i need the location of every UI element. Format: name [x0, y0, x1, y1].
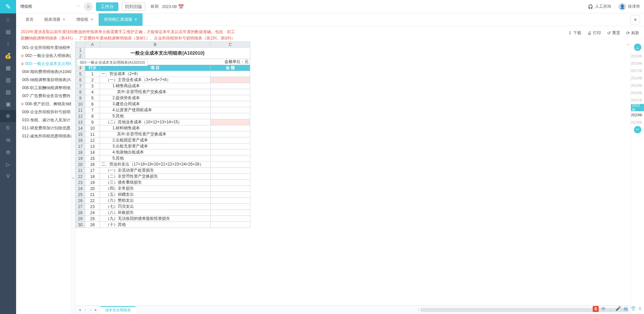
nav-play[interactable]: ▷: [0, 158, 16, 170]
form-list-item[interactable]: 001-企业所得税年度纳税申…: [16, 44, 71, 52]
form-list-item[interactable]: ⊘002-一般企业收入明细表(A…: [16, 52, 71, 60]
form-list-item[interactable]: ⊘003-一般企业成本支出明细…: [16, 60, 71, 68]
ime-item[interactable]: 🎤: [615, 306, 621, 312]
table-row[interactable]: 2925 （九）无法收回的债券股权投资损失: [76, 216, 250, 222]
nav-star[interactable]: ☺: [0, 110, 16, 122]
warning-icon: ⊘: [21, 102, 24, 106]
year-option[interactable]: 2016年: [631, 60, 644, 67]
period-picker[interactable]: 2023-09 📅: [162, 4, 184, 9]
table-row[interactable]: 2622 （六）赞助支出: [76, 198, 250, 204]
sheet-nav-first[interactable]: ◂: [77, 308, 82, 312]
year-option[interactable]: 2018年: [631, 74, 644, 82]
close-icon[interactable]: ✕: [90, 17, 93, 22]
nav-grid[interactable]: ▥: [0, 74, 16, 86]
ime-logo-icon[interactable]: S: [593, 306, 599, 312]
table-row[interactable]: 62 （一）主营业务成本（3+5+6+7+8）: [76, 77, 250, 83]
year-scroll-down[interactable]: ︾: [634, 126, 641, 133]
form-list-item[interactable]: 004-期间费用明细表(A1040…: [16, 68, 71, 76]
ime-item[interactable]: 👕: [631, 306, 636, 312]
nav-grid2[interactable]: ▧: [0, 86, 16, 98]
table-row[interactable]: 106 3.建造合同成本: [76, 101, 250, 107]
table-row[interactable]: 2521 （五）捐赠支出: [76, 192, 250, 198]
table-row[interactable]: 84 其中:非货币性资产交换成本: [76, 89, 250, 95]
table-row[interactable]: 95 2.提供劳务成本: [76, 95, 250, 101]
year-option[interactable]: 2024年: [631, 119, 644, 126]
table-row[interactable]: 128 5.其他: [76, 113, 250, 119]
table-row[interactable]: 2218 （二）非货币性资产交换损失: [76, 174, 250, 180]
form-list-item[interactable]: 010-免税、减计收入及加计…: [16, 116, 71, 124]
tab-首页[interactable]: 首页: [20, 13, 39, 26]
switch-old-version-button[interactable]: 切到旧版: [122, 3, 145, 11]
table-row[interactable]: 2824 （八）坏账损失: [76, 210, 250, 216]
tab-税表清册[interactable]: 税表清册✕: [39, 13, 71, 26]
ime-item[interactable]: ⁞⁞: [639, 306, 641, 312]
nav-gear[interactable]: ⚙: [0, 146, 16, 158]
workbench-button[interactable]: 工作台: [96, 2, 118, 11]
ime-item[interactable]: ，: [608, 306, 613, 312]
sheet-nav-next[interactable]: ›: [88, 308, 93, 312]
download-button[interactable]: ⇩下载: [568, 30, 581, 36]
table-row[interactable]: 117 4.让渡资产使用权成本: [76, 107, 250, 113]
close-icon[interactable]: ✕: [134, 17, 137, 22]
nav-doc[interactable]: ▤: [0, 25, 16, 38]
form-list-item[interactable]: 009-企业所得税弥补亏损明…: [16, 108, 71, 116]
year-option[interactable]: 2015年: [631, 52, 644, 60]
table-row[interactable]: 1814 4.包装物出租成本: [76, 149, 250, 155]
ime-item[interactable]: 画: [624, 306, 628, 312]
sheet-nav-last[interactable]: ▸: [94, 308, 98, 312]
table-row[interactable]: 1410 1.材料销售成本: [76, 125, 250, 131]
table-row[interactable]: 73 1.销售商品成本: [76, 83, 250, 89]
table-row[interactable]: 2723 （七）罚没支出: [76, 204, 250, 210]
table-row[interactable]: 2117 （一）非流动资产处置损失: [76, 168, 250, 174]
form-list-item[interactable]: 011-研发费用加计扣除优惠…: [16, 124, 71, 132]
tax-type-dropdown[interactable]: 增值税 ﹀: [20, 4, 80, 9]
expand-sheet-handle[interactable]: »: [627, 42, 629, 46]
reset-button[interactable]: ↺重置: [607, 30, 620, 36]
toggle-circle-button[interactable]: ≡: [84, 2, 93, 11]
nav-home[interactable]: ⌂: [0, 13, 16, 25]
table-row[interactable]: 139 （二）其他业务成本（10+12+13+14+15）: [76, 119, 250, 125]
table-row[interactable]: 2319 （三）债务重组损失: [76, 180, 250, 186]
user-menu[interactable]: 👤 徐泽华: [619, 3, 640, 10]
tab-增值税[interactable]: 增值税✕: [71, 13, 99, 26]
tax-type-label: 增值税: [20, 4, 32, 9]
close-icon[interactable]: ✕: [62, 17, 65, 22]
form-list-item[interactable]: 012-减免所得税优惠明细表(…: [16, 132, 71, 140]
close-all-tabs-button[interactable]: ✕: [631, 15, 640, 24]
table-row[interactable]: 1915 5.其他: [76, 155, 250, 162]
table-row[interactable]: 2420 （四）非常损失: [76, 186, 250, 192]
sheet-nav-prev[interactable]: ‹: [83, 308, 88, 312]
nav-chart[interactable]: ⫶: [0, 38, 16, 50]
form-list-item[interactable]: 005-纳税调整项目明细表(A1…: [16, 76, 71, 84]
ime-item[interactable]: 中: [601, 306, 606, 312]
print-button[interactable]: 🖨打印: [587, 30, 601, 36]
app-logo[interactable]: ✎: [0, 0, 16, 13]
form-list-item[interactable]: ⊘008-资产折旧、摊销及纳税…: [16, 100, 71, 108]
year-scroll-up[interactable]: ︽: [634, 44, 641, 51]
nav-v[interactable]: V: [0, 170, 16, 182]
nav-inbox[interactable]: ⎘: [0, 122, 16, 134]
form-list-item[interactable]: 007-广告费和业务宣传费跨…: [16, 92, 71, 100]
year-option[interactable]: 2022年: [631, 104, 644, 111]
year-option[interactable]: 2017年: [631, 67, 644, 74]
nav-mail[interactable]: ✉: [0, 134, 16, 146]
table-row[interactable]: 2016二、营业外支出（17+18+19+20+21+22+23+24+25+2…: [76, 162, 250, 168]
table-row[interactable]: 1612 2.出租固定资产成本: [76, 137, 250, 143]
year-option[interactable]: 2023年: [631, 111, 644, 119]
spreadsheet-area[interactable]: ABC1一般企业成本支出明细表(A102010)23金额单位：元4行次项 目金 …: [75, 42, 631, 305]
nav-bag[interactable]: 💰: [0, 50, 16, 62]
table-row[interactable]: 3026 （十）其他: [76, 222, 250, 228]
nav-card[interactable]: ▦: [0, 62, 16, 74]
year-option[interactable]: 2019年: [631, 82, 644, 89]
table-row[interactable]: 51一、营业成本（2+9）: [76, 71, 250, 77]
manual-consult-button[interactable]: 🎧 人工咨询: [588, 4, 611, 9]
table-row[interactable]: 1713 3.出租无形资产成本: [76, 143, 250, 149]
year-option[interactable]: 2020年: [631, 89, 644, 97]
form-list-item[interactable]: 006-职工薪酬纳税调整明细…: [16, 84, 71, 92]
tab-所得税汇算清缴[interactable]: 所得税汇算清缴✕: [99, 13, 143, 26]
table-row[interactable]: 1511 其中:非货币性资产交换成本: [76, 131, 250, 137]
nav-dash[interactable]: ▣: [0, 98, 16, 110]
sheet-tab[interactable]: 成本支出明细表: [100, 306, 136, 314]
refresh-button[interactable]: ⟳刷新: [626, 30, 639, 36]
collapse-list-handle[interactable]: «: [71, 42, 75, 314]
